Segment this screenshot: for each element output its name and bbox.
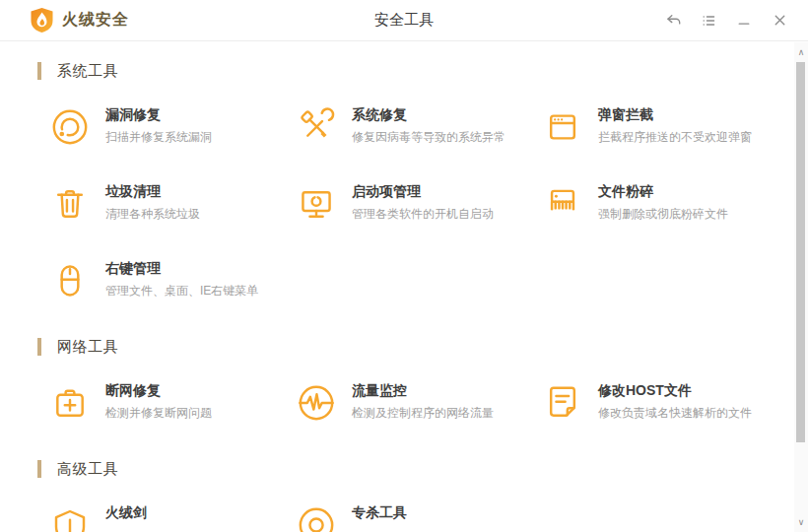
tool-item-sword[interactable]: 火绒剑 [49,500,296,532]
traffic-monitor-icon [296,382,337,424]
tool-title: 火绒剑 [105,502,147,522]
tool-title: 系统修复 [352,104,505,124]
network-repair-icon [49,382,91,424]
scroll-thumb[interactable] [796,62,805,442]
tool-item-vulnerability-fix[interactable]: 漏洞修复 扫描并修复系统漏洞 [49,102,296,152]
tool-desc: 检测并修复断网问题 [105,405,212,421]
tool-item-traffic-monitor[interactable]: 流量监控 检测及控制程序的网络流量 [296,378,542,428]
startup-manager-icon [296,183,337,225]
tool-item-system-repair[interactable]: 系统修复 修复因病毒等导致的系统异常 [296,102,542,152]
tool-item-host-file[interactable]: 修改HOST文件 修改负责域名快速解析的文件 [542,378,808,428]
tool-title: 文件粉碎 [598,181,728,201]
section-label: 高级工具 [57,460,118,479]
tool-title: 专杀工具 [352,502,407,522]
tool-title: 启动项管理 [352,181,494,201]
close-icon [772,12,788,29]
menu-button[interactable] [696,8,721,33]
list-menu-icon [701,13,716,29]
tool-title: 右键管理 [105,258,258,278]
window-controls [660,8,808,33]
section-accent-bar [37,460,41,478]
scroll-down-arrow[interactable]: ∨ [794,514,808,530]
tool-item-popup-block[interactable]: 弹窗拦截 拦截程序推送的不受欢迎弹窗 [542,102,808,152]
tool-desc: 扫描并修复系统漏洞 [105,129,212,145]
section-accent-bar [37,62,41,80]
close-button[interactable] [767,8,792,33]
tool-desc: 修改负责域名快速解析的文件 [598,405,752,421]
tool-item-killer-tool[interactable]: 专杀工具 [296,500,542,532]
section-header: 网络工具 [37,337,808,357]
back-button[interactable] [660,8,686,33]
tool-desc: 管理各类软件的开机自启动 [352,206,494,222]
section-header: 系统工具 [37,61,808,81]
junk-clean-icon [49,183,91,225]
tool-desc: 强制删除或彻底粉碎文件 [598,206,728,222]
tool-sections: 系统工具 漏洞修复 扫描并修复系统漏洞 系统修复 修复因病毒等导致的系统异常 [0,41,808,532]
popup-block-icon [542,106,583,148]
tool-section-2: 高级工具 火绒剑 专杀工具 [0,459,808,532]
section-accent-bar [37,338,41,356]
tool-item-context-menu[interactable]: 右键管理 管理文件、桌面、IE右键菜单 [49,256,296,305]
tool-title: 垃圾清理 [105,181,200,201]
tool-item-network-repair[interactable]: 断网修复 检测并修复断网问题 [49,378,296,428]
tool-section-0: 系统工具 漏洞修复 扫描并修复系统漏洞 系统修复 修复因病毒等导致的系统异常 [0,61,808,305]
section-header: 高级工具 [37,459,808,479]
tool-section-1: 网络工具 断网修复 检测并修复断网问题 流量监控 检测及控制程序的网络流量 修改… [0,337,808,428]
minimize-icon [736,13,752,29]
tool-title: 断网修复 [105,380,212,400]
vulnerability-fix-icon [49,106,91,148]
tool-grid: 火绒剑 专杀工具 [0,500,808,532]
tool-title: 流量监控 [352,380,494,400]
tool-grid: 断网修复 检测并修复断网问题 流量监控 检测及控制程序的网络流量 修改HOST文… [0,378,808,428]
section-label: 网络工具 [57,338,118,357]
huorong-shield-flame-icon [30,7,54,33]
tool-title: 弹窗拦截 [598,104,752,124]
killer-tool-icon [296,504,337,532]
section-label: 系统工具 [57,62,118,81]
tool-desc: 修复因病毒等导致的系统异常 [352,129,505,145]
scroll-up-arrow[interactable]: ∧ [794,44,808,60]
tool-title: 漏洞修复 [105,104,212,124]
system-repair-icon [296,106,337,148]
app-window: 火绒安全 安全工具 [0,0,808,532]
tool-desc: 检测及控制程序的网络流量 [352,405,494,421]
tool-title: 修改HOST文件 [598,380,752,400]
brand-name: 火绒安全 [62,10,129,31]
tool-desc: 管理文件、桌面、IE右键菜单 [105,283,258,299]
host-file-icon [542,382,583,424]
tool-item-file-shredder[interactable]: 文件粉碎 强制删除或彻底粉碎文件 [542,179,808,229]
minimize-button[interactable] [731,8,757,33]
file-shredder-icon [542,183,583,225]
tool-desc: 清理各种系统垃圾 [105,206,200,222]
tool-grid: 漏洞修复 扫描并修复系统漏洞 系统修复 修复因病毒等导致的系统异常 弹窗拦截 拦… [0,102,808,305]
tool-item-startup-manager[interactable]: 启动项管理 管理各类软件的开机自启动 [296,179,542,229]
titlebar: 火绒安全 安全工具 [0,0,808,41]
tool-item-junk-clean[interactable]: 垃圾清理 清理各种系统垃圾 [49,179,296,229]
scrollbar[interactable]: ∧ ∨ [794,42,808,532]
undo-arrow-icon [665,12,682,29]
context-menu-icon [49,260,91,301]
brand: 火绒安全 [0,7,129,33]
tool-desc: 拦截程序推送的不受欢迎弹窗 [598,129,752,145]
sword-icon [49,504,91,532]
